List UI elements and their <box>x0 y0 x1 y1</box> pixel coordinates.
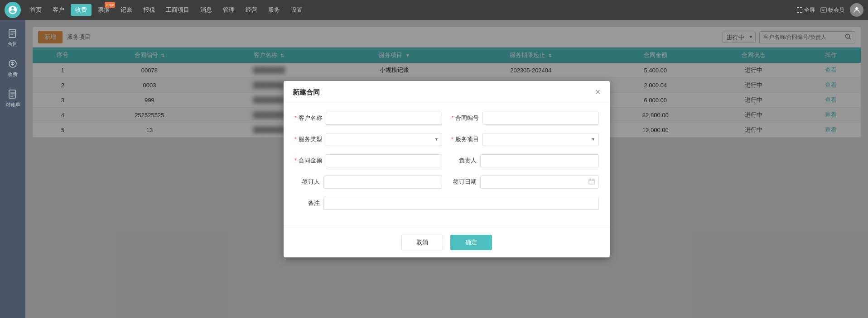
form-row-3: 合同金额 0.00 负责人 <box>294 154 599 167</box>
nav-item-baoshui[interactable]: 报税 <box>139 4 159 16</box>
new-badge: new <box>105 2 115 8</box>
contract-no-label: 合同编号 <box>451 114 479 122</box>
confirm-button[interactable]: 确定 <box>450 235 492 250</box>
service-type-select[interactable] <box>326 133 442 146</box>
content-area: 新增 服务项目 进行中 已完成 已终止 <box>25 20 868 318</box>
form-row-4: 签订人 签订日期 2023-06-06 <box>294 176 599 189</box>
nav-item-shezhi[interactable]: 设置 <box>286 4 307 16</box>
form-group-remark: 备注 <box>294 197 599 210</box>
sidebar: 合同 收费 对账单 <box>0 20 25 318</box>
contract-no-input[interactable] <box>482 112 599 125</box>
service-item-select[interactable] <box>482 133 599 146</box>
form-group-service-item: 服务项目 <box>451 133 599 146</box>
modal-footer: 取消 确定 <box>284 227 610 257</box>
remark-label: 备注 <box>294 199 320 207</box>
form-group-signatory: 签订人 <box>294 176 442 189</box>
service-item-label: 服务项目 <box>451 135 479 143</box>
modal-header: 新建合同 ✕ <box>284 81 610 103</box>
sidebar-item-hetong[interactable]: 合同 <box>1 24 24 51</box>
new-contract-modal: 新建合同 ✕ 客户名称 合同编号 <box>284 81 610 257</box>
customer-name-label: 客户名称 <box>294 114 322 122</box>
form-group-amount: 合同金额 0.00 <box>294 154 442 167</box>
sidebar-label-duizhangdan: 对账单 <box>5 101 20 108</box>
form-group-contract-no: 合同编号 <box>451 112 599 125</box>
main-layout: 合同 收费 对账单 新增 <box>0 20 868 318</box>
form-group-responsible: 负责人 <box>451 154 599 167</box>
sidebar-item-shoufei[interactable]: 收费 <box>1 55 24 81</box>
fee-icon <box>7 58 18 69</box>
signatory-input[interactable] <box>323 176 442 189</box>
statement-icon <box>7 89 18 100</box>
top-navigation: 首页 客户 收费 票据 new 记账 报税 工商项目 消息 管理 经营 服务 设… <box>0 0 868 20</box>
avatar[interactable] <box>850 3 863 17</box>
svg-rect-2 <box>9 29 15 38</box>
form-group-sign-date: 签订日期 2023-06-06 <box>451 176 599 189</box>
nav-right: 全屏 畅会员 <box>796 3 863 17</box>
app-logo[interactable] <box>5 2 21 18</box>
nav-item-home[interactable]: 首页 <box>25 4 46 16</box>
signatory-label: 签订人 <box>294 178 320 186</box>
member-button[interactable]: 畅会员 <box>820 6 844 14</box>
responsible-label: 负责人 <box>451 157 477 165</box>
form-row-1: 客户名称 合同编号 <box>294 112 599 125</box>
amount-input[interactable]: 0.00 <box>326 154 442 167</box>
form-group-customer: 客户名称 <box>294 112 442 125</box>
svg-point-1 <box>855 7 858 10</box>
contract-icon <box>7 28 18 39</box>
form-row-2: 服务类型 服务项目 <box>294 133 599 146</box>
nav-items: 首页 客户 收费 票据 new 记账 报税 工商项目 消息 管理 经营 服务 设… <box>25 4 796 16</box>
form-group-service-type: 服务类型 <box>294 133 442 146</box>
nav-item-fuwu[interactable]: 服务 <box>264 4 285 16</box>
modal-title: 新建合同 <box>293 88 320 97</box>
nav-item-guanli[interactable]: 管理 <box>218 4 239 16</box>
sidebar-label-shoufei: 收费 <box>8 71 18 78</box>
fullscreen-button[interactable]: 全屏 <box>796 6 815 14</box>
fullscreen-label: 全屏 <box>804 6 815 14</box>
modal-close-button[interactable]: ✕ <box>595 89 601 96</box>
nav-item-jizhan[interactable]: 记账 <box>116 4 137 16</box>
amount-label: 合同金额 <box>294 157 322 165</box>
remark-input[interactable] <box>323 197 599 210</box>
service-item-select-wrapper <box>482 133 599 146</box>
calendar-button[interactable] <box>585 176 598 188</box>
service-type-label: 服务类型 <box>294 135 322 143</box>
sign-date-label: 签订日期 <box>451 178 477 186</box>
modal-body: 客户名称 合同编号 服务类型 <box>284 103 610 227</box>
form-row-5: 备注 <box>294 197 599 210</box>
sidebar-item-duizhangdan[interactable]: 对账单 <box>1 85 24 112</box>
svg-rect-6 <box>589 179 594 184</box>
sidebar-label-hetong: 合同 <box>8 41 18 47</box>
cancel-button[interactable]: 取消 <box>401 235 443 250</box>
nav-item-xiaoxi[interactable]: 消息 <box>196 4 217 16</box>
responsible-input[interactable] <box>480 154 599 167</box>
nav-item-jingying[interactable]: 经营 <box>241 4 262 16</box>
member-label: 畅会员 <box>828 6 844 14</box>
nav-item-customer[interactable]: 客户 <box>48 4 69 16</box>
service-type-select-wrapper <box>326 133 442 146</box>
customer-name-input[interactable] <box>326 112 442 125</box>
nav-item-shoufei[interactable]: 收费 <box>71 4 92 16</box>
nav-item-piaoju[interactable]: 票据 new <box>93 4 114 16</box>
sign-date-wrapper: 2023-06-06 <box>480 176 599 189</box>
sign-date-input[interactable]: 2023-06-06 <box>481 176 585 188</box>
nav-item-gongshang[interactable]: 工商项目 <box>161 4 194 16</box>
svg-rect-4 <box>9 90 15 98</box>
